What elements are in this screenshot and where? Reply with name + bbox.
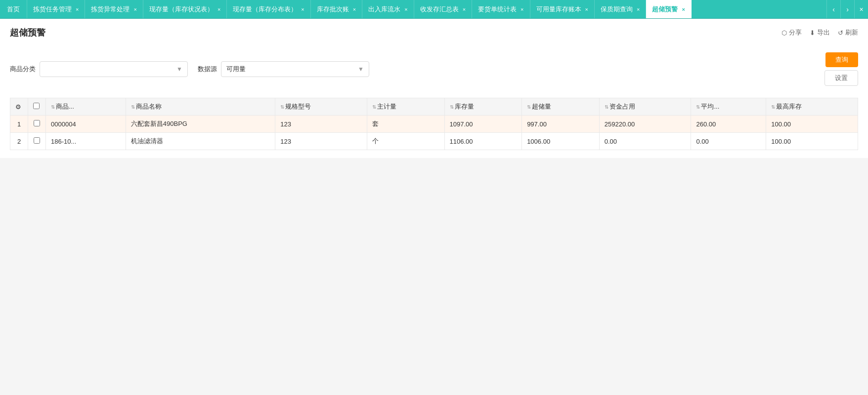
topbar-tab-3[interactable]: 现存量（库存分布表）× bbox=[227, 0, 310, 19]
row-overstock-1: 1006.00 bbox=[522, 133, 600, 150]
row-capital-0: 259220.00 bbox=[599, 116, 691, 133]
col-stock[interactable]: ⇅库存量 bbox=[444, 98, 522, 116]
topbar: 首页 拣货任务管理×拣货异常处理×现存量（库存状况表）×现存量（库存分布表）×库… bbox=[0, 0, 868, 19]
category-label: 商品分类 bbox=[10, 65, 36, 74]
table-row: 1 0000004 六配套新昌490BPG 123 套 1097.00 997.… bbox=[10, 116, 858, 133]
tab-close-5[interactable]: × bbox=[404, 6, 407, 12]
tab-label-10: 超储预警 bbox=[652, 5, 678, 14]
category-select[interactable]: ▼ bbox=[40, 61, 188, 77]
row-product-name-0: 六配套新昌490BPG bbox=[126, 116, 275, 133]
row-stock-0: 1097.00 bbox=[444, 116, 522, 133]
row-overstock-0: 997.00 bbox=[522, 116, 600, 133]
tab-label-1: 拣货异常处理 bbox=[91, 5, 130, 14]
tab-label-9: 保质期查询 bbox=[601, 5, 633, 14]
col-capital[interactable]: ⇅资金占用 bbox=[599, 98, 691, 116]
col-spec[interactable]: ⇅规格型号 bbox=[275, 98, 367, 116]
tab-close-6[interactable]: × bbox=[463, 6, 466, 12]
settings-button[interactable]: 设置 bbox=[825, 70, 858, 86]
row-capital-1: 0.00 bbox=[599, 133, 691, 150]
category-chevron-icon: ▼ bbox=[176, 66, 182, 73]
tab-label-4: 库存批次账 bbox=[317, 5, 349, 14]
row-product-code-1: 186-10... bbox=[46, 133, 126, 150]
topbar-tab-7[interactable]: 要货单统计表× bbox=[472, 0, 530, 19]
datasource-chevron-icon: ▼ bbox=[358, 66, 364, 73]
row-product-code-0: 0000004 bbox=[46, 116, 126, 133]
tab-label-3: 现存量（库存分布表） bbox=[233, 5, 297, 14]
topbar-tab-1[interactable]: 拣货异常处理× bbox=[85, 0, 143, 19]
col-avg[interactable]: ⇅平均... bbox=[691, 98, 766, 116]
topbar-tab-4[interactable]: 库存批次账× bbox=[311, 0, 362, 19]
topbar-tab-5[interactable]: 出入库流水× bbox=[362, 0, 414, 19]
col-max-stock[interactable]: ⇅最高库存 bbox=[766, 98, 858, 116]
table-row: 2 186-10... 机油滤清器 123 个 1106.00 1006.00 … bbox=[10, 133, 858, 150]
row-checkbox-0[interactable] bbox=[28, 116, 46, 133]
query-button[interactable]: 查询 bbox=[825, 52, 858, 67]
refresh-button[interactable]: ↺ 刷新 bbox=[838, 28, 858, 37]
datasource-label: 数据源 bbox=[198, 65, 217, 74]
export-button[interactable]: ⬇ 导出 bbox=[810, 28, 830, 37]
col-product-code[interactable]: ⇅商品... bbox=[46, 98, 126, 116]
tab-label-6: 收发存汇总表 bbox=[420, 5, 459, 14]
tab-close-2[interactable]: × bbox=[217, 6, 220, 12]
row-index-0: 1 bbox=[10, 116, 28, 133]
row-max-stock-1: 100.00 bbox=[766, 133, 858, 150]
row-max-stock-0: 100.00 bbox=[766, 116, 858, 133]
share-label: 分享 bbox=[789, 28, 802, 37]
topbar-tab-6[interactable]: 收发存汇总表× bbox=[414, 0, 472, 19]
refresh-icon: ↺ bbox=[838, 29, 843, 37]
refresh-label: 刷新 bbox=[845, 28, 858, 37]
export-icon: ⬇ bbox=[810, 29, 815, 37]
row-product-name-1: 机油滤清器 bbox=[126, 133, 275, 150]
col-unit[interactable]: ⇅主计量 bbox=[367, 98, 444, 116]
tab-close-7[interactable]: × bbox=[521, 6, 523, 12]
tab-label-2: 现存量（库存状况表） bbox=[149, 5, 214, 14]
topbar-tab-8[interactable]: 可用量库存账本× bbox=[530, 0, 595, 19]
page-header: 超储预警 ⬡ 分享 ⬇ 导出 ↺ 刷新 bbox=[10, 27, 858, 39]
share-button[interactable]: ⬡ 分享 bbox=[781, 28, 802, 37]
filter-row: 商品分类 ▼ 数据源 可用量 ▼ 查询 设置 bbox=[10, 46, 858, 92]
topbar-tab-10[interactable]: 超储预警× bbox=[646, 0, 691, 19]
table-header: ⚙ ⇅商品... ⇅商品名称 ⇅规格型号 ⇅主计量 ⇅库存量 ⇅超储量 ⇅资金占… bbox=[10, 98, 858, 116]
topbar-tab-2[interactable]: 现存量（库存状况表）× bbox=[143, 0, 227, 19]
row-unit-1: 个 bbox=[367, 133, 444, 150]
row-spec-1: 123 bbox=[275, 133, 367, 150]
row-avg-0: 260.00 bbox=[691, 116, 766, 133]
topbar-tab-0[interactable]: 拣货任务管理× bbox=[27, 0, 85, 19]
close-all-button[interactable]: × bbox=[854, 0, 868, 19]
row-stock-1: 1106.00 bbox=[444, 133, 522, 150]
tab-label-7: 要货单统计表 bbox=[478, 5, 517, 14]
tab-close-3[interactable]: × bbox=[301, 6, 304, 12]
share-icon: ⬡ bbox=[781, 29, 787, 37]
tab-close-10[interactable]: × bbox=[682, 6, 685, 12]
col-product-name[interactable]: ⇅商品名称 bbox=[126, 98, 275, 116]
tab-close-8[interactable]: × bbox=[585, 6, 588, 12]
home-tab[interactable]: 首页 bbox=[0, 0, 27, 19]
topbar-tab-9[interactable]: 保质期查询× bbox=[595, 0, 646, 19]
row-unit-0: 套 bbox=[367, 116, 444, 133]
export-label: 导出 bbox=[817, 28, 830, 37]
tab-label-0: 拣货任务管理 bbox=[33, 5, 72, 14]
page-title: 超储预警 bbox=[10, 27, 45, 39]
prev-tab-button[interactable]: ‹ bbox=[826, 0, 840, 19]
row-checkbox-1[interactable] bbox=[28, 133, 46, 150]
col-overstock[interactable]: ⇅超储量 bbox=[522, 98, 600, 116]
datasource-value: 可用量 bbox=[226, 65, 246, 74]
tab-close-4[interactable]: × bbox=[353, 6, 356, 12]
select-all-checkbox[interactable] bbox=[33, 103, 40, 109]
row-spec-0: 123 bbox=[275, 116, 367, 133]
datasource-select[interactable]: 可用量 ▼ bbox=[221, 61, 369, 77]
category-filter: 商品分类 ▼ bbox=[10, 61, 188, 77]
tab-label-8: 可用量库存账本 bbox=[536, 5, 581, 14]
next-tab-button[interactable]: › bbox=[840, 0, 854, 19]
tab-close-0[interactable]: × bbox=[76, 6, 79, 12]
settings-column-header[interactable]: ⚙ bbox=[10, 98, 28, 116]
tab-close-1[interactable]: × bbox=[133, 6, 136, 12]
tab-label-5: 出入库流水 bbox=[368, 5, 400, 14]
select-all-column-header bbox=[28, 98, 46, 116]
row-index-1: 2 bbox=[10, 133, 28, 150]
gear-icon: ⚙ bbox=[15, 103, 21, 111]
tab-close-9[interactable]: × bbox=[637, 6, 640, 12]
table-body: 1 0000004 六配套新昌490BPG 123 套 1097.00 997.… bbox=[10, 116, 858, 150]
datasource-filter: 数据源 可用量 ▼ bbox=[198, 61, 369, 77]
data-table: ⚙ ⇅商品... ⇅商品名称 ⇅规格型号 ⇅主计量 ⇅库存量 ⇅超储量 ⇅资金占… bbox=[10, 98, 858, 150]
